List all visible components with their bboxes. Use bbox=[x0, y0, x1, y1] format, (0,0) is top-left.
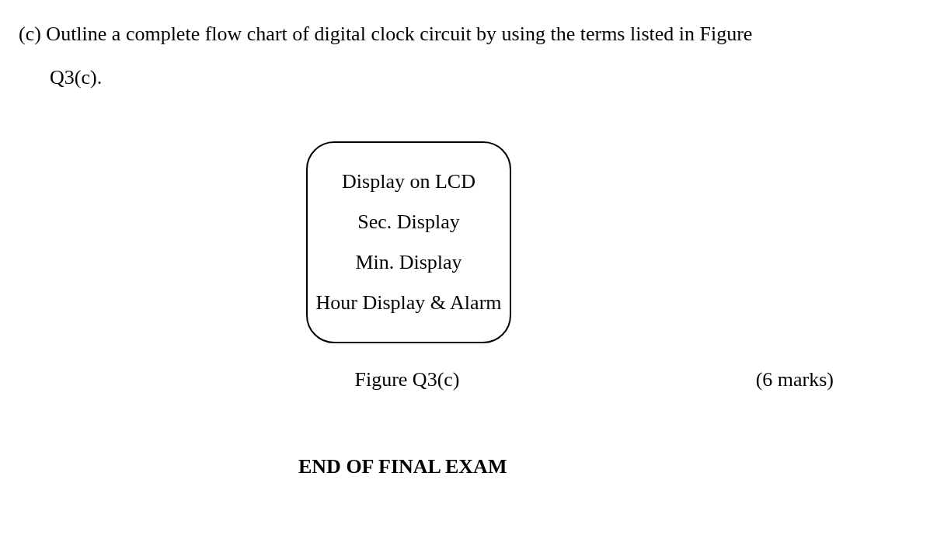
figure-caption: Figure Q3(c) bbox=[19, 368, 796, 391]
figure-item-2: Sec. Display bbox=[315, 202, 502, 242]
end-of-exam: END OF FINAL EXAM bbox=[298, 455, 911, 478]
figure-item-4: Hour Display & Alarm bbox=[315, 283, 502, 323]
figure-box: Display on LCD Sec. Display Min. Display… bbox=[306, 141, 511, 343]
question-text-line1: (c) Outline a complete flow chart of dig… bbox=[19, 14, 911, 54]
figure-item-3: Min. Display bbox=[315, 242, 502, 283]
caption-row: Figure Q3(c) (6 marks) bbox=[19, 368, 911, 399]
figure-item-1: Display on LCD bbox=[315, 162, 502, 202]
marks-label: (6 marks) bbox=[756, 368, 834, 391]
question-text-line2: Q3(c). bbox=[50, 57, 911, 98]
